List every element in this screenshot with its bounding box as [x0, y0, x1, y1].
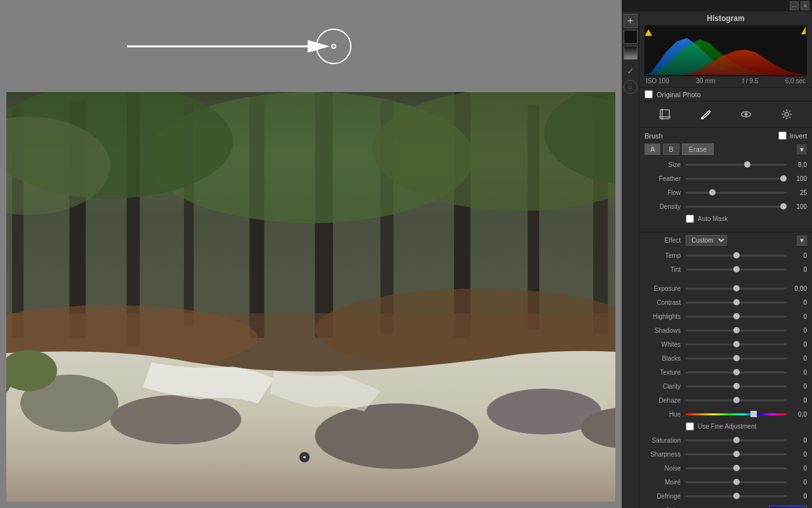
- sharpness-slider[interactable]: [686, 453, 787, 455]
- shadows-slider-row: Shadows 0: [645, 324, 807, 336]
- brush-dropdown-arrow[interactable]: ▼: [797, 144, 807, 154]
- hue-gradient-track: [686, 413, 787, 415]
- shutter-info: 6,0 sec: [785, 77, 806, 84]
- fine-adjustment-row: Use Fine Adjustment: [645, 422, 807, 431]
- gear-tool-icon[interactable]: [778, 105, 796, 123]
- blacks-label: Blacks: [645, 355, 686, 362]
- brush-tab-a[interactable]: A: [645, 144, 660, 155]
- dehaze-value: 0: [787, 397, 807, 404]
- tool-icons-row: [639, 101, 812, 127]
- dehaze-slider-row: Dehaze 0: [645, 394, 807, 406]
- temp-label: Temp: [645, 252, 686, 259]
- hue-label: Hue: [645, 411, 686, 418]
- original-photo-checkbox[interactable]: [645, 90, 653, 98]
- confirm-button[interactable]: ✓: [624, 64, 638, 78]
- mask-pin[interactable]: [298, 451, 311, 464]
- color-swatch[interactable]: [769, 505, 807, 508]
- crop-tool-icon[interactable]: [656, 105, 674, 123]
- panel-right-content: Histogram: [639, 11, 812, 508]
- saturation-slider-row: Saturation 0: [645, 434, 807, 446]
- contrast-slider-row: Contrast 0: [645, 297, 807, 308]
- original-photo-label: Original Photo: [657, 91, 701, 98]
- highlights-slider[interactable]: [686, 316, 787, 318]
- brush-tab-erase[interactable]: Erase: [682, 144, 714, 155]
- hue-slider-row: Hue 0,0: [645, 408, 807, 420]
- auto-mask-checkbox[interactable]: [686, 215, 694, 223]
- photo-canvas[interactable]: [6, 92, 615, 502]
- gradient-swatch-button[interactable]: [624, 46, 638, 60]
- brush-cursor-circle: [316, 29, 351, 64]
- hue-value: 0,0: [787, 411, 807, 418]
- iso-info: ISO 100: [646, 77, 669, 84]
- effect-reset-arrow[interactable]: ▼: [797, 236, 807, 246]
- exposure-label: Exposure: [645, 285, 686, 292]
- fine-adjustment-checkbox[interactable]: [686, 422, 694, 431]
- add-button[interactable]: +: [624, 14, 638, 28]
- aperture-info: f / 9.5: [742, 77, 758, 84]
- svg-point-37: [785, 112, 789, 116]
- tint-slider-row: Tint 0: [645, 264, 807, 275]
- feather-slider[interactable]: [686, 178, 787, 180]
- size-value: 8,0: [787, 161, 807, 168]
- cancel-round-button[interactable]: ○: [624, 80, 638, 94]
- temp-slider-row: Temp 0: [645, 250, 807, 261]
- moire-slider[interactable]: [686, 481, 787, 483]
- brush-tabs: A B Erase ▼: [645, 144, 807, 155]
- dehaze-slider[interactable]: [686, 399, 787, 401]
- effect-dropdown[interactable]: Custom: [686, 235, 727, 246]
- texture-slider-row: Texture 0: [645, 366, 807, 378]
- right-panel: — ✕ + ✓ ○ Histogram: [622, 0, 812, 508]
- saturation-slider[interactable]: [686, 439, 787, 441]
- invert-checkbox[interactable]: [778, 131, 787, 140]
- temp-slider[interactable]: [686, 255, 787, 257]
- brush-header: Brush Invert: [645, 131, 807, 140]
- whites-value: 0: [787, 341, 807, 348]
- density-slider-row: Density 100: [645, 201, 807, 212]
- clarity-value: 0: [787, 383, 807, 390]
- arrow-annotation: [127, 30, 330, 62]
- color-row: Color: [645, 504, 807, 508]
- effect-row: Effect Custom ▼: [645, 235, 807, 246]
- hue-thumb[interactable]: [750, 411, 757, 417]
- highlights-slider-row: Highlights 0: [645, 311, 807, 322]
- exposure-slider-row: Exposure 0,00: [645, 283, 807, 294]
- svg-point-36: [745, 113, 748, 116]
- size-slider[interactable]: [686, 164, 787, 166]
- forest-scene-svg: [6, 92, 615, 502]
- minimize-button[interactable]: —: [790, 1, 799, 10]
- texture-value: 0: [787, 369, 807, 376]
- blacks-slider[interactable]: [686, 358, 787, 359]
- histogram-info: ISO 100 30 mm f / 9.5 6,0 sec: [645, 77, 807, 84]
- brush-tool-icon[interactable]: [697, 105, 714, 123]
- exposure-slider[interactable]: [686, 288, 787, 290]
- invert-label: Invert: [789, 132, 807, 140]
- eye-tool-icon[interactable]: [737, 105, 755, 123]
- whites-label: Whites: [645, 341, 686, 348]
- density-slider[interactable]: [686, 206, 787, 208]
- effect-label: Effect: [645, 237, 686, 244]
- defringe-slider[interactable]: [686, 495, 787, 497]
- adjustments-section: Exposure 0,00 Contrast 0 Highlights 0: [639, 280, 812, 508]
- contrast-slider[interactable]: [686, 302, 787, 304]
- texture-slider[interactable]: [686, 371, 787, 373]
- svg-marker-30: [645, 29, 652, 36]
- clarity-slider[interactable]: [686, 385, 787, 387]
- flow-slider[interactable]: [686, 192, 787, 194]
- blacks-value: 0: [787, 355, 807, 362]
- whites-slider[interactable]: [686, 344, 787, 345]
- close-button[interactable]: ✕: [801, 1, 809, 10]
- tint-value: 0: [787, 266, 807, 273]
- invert-row: Invert: [778, 131, 807, 140]
- brush-tab-b[interactable]: B: [663, 144, 679, 155]
- noise-slider[interactable]: [686, 467, 787, 469]
- density-label: Density: [645, 203, 686, 210]
- blacks-slider-row: Blacks 0: [645, 352, 807, 364]
- clarity-label: Clarity: [645, 383, 686, 390]
- tint-slider[interactable]: [686, 269, 787, 271]
- defringe-slider-row: Defringe 0: [645, 490, 807, 502]
- shadows-slider[interactable]: [686, 330, 787, 331]
- sharpness-value: 0: [787, 451, 807, 458]
- black-swatch-button[interactable]: [624, 30, 638, 44]
- size-slider-row: Size 8,0: [645, 159, 807, 170]
- size-label: Size: [645, 161, 686, 168]
